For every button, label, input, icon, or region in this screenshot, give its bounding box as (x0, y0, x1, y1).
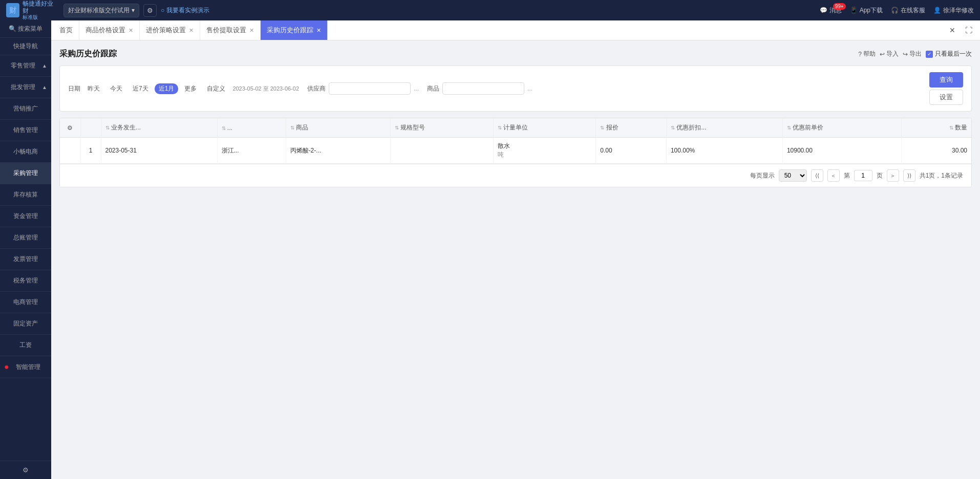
tab-sale-price[interactable]: 售价提取设置 ✕ (200, 20, 261, 40)
sidebar-item-tax-label: 税务管理 (4, 276, 47, 285)
notification-badge: 99+ (833, 3, 846, 10)
tab-sale-price-label: 售价提取设置 (206, 26, 246, 35)
help-label: 帮助 (863, 50, 876, 58)
chevron-wholesale-icon: ▲ (42, 84, 47, 90)
col-header-unit[interactable]: ⇅ 计量单位 (493, 118, 596, 138)
tab-close-all-button[interactable]: ✕ (945, 23, 960, 37)
settings-button[interactable]: ⚙ (143, 4, 157, 17)
sidebar-item-inventory-label: 库存核算 (4, 190, 47, 199)
goods-dots[interactable]: ... (527, 85, 532, 92)
sidebar-item-accounting[interactable]: 总账管理 (0, 227, 51, 249)
sidebar-item-finance[interactable]: 资金管理 (0, 206, 51, 227)
page-title: 采购历史价跟踪 (59, 49, 117, 59)
cell-unit: 散水吨 (493, 138, 596, 164)
supplier-dots[interactable]: ... (414, 85, 419, 92)
date-btn-today[interactable]: 今天 (106, 83, 126, 94)
demo-link[interactable]: ○ 我要看实例演示 (161, 6, 209, 15)
user-menu[interactable]: 👤 徐泽华修改 (933, 6, 974, 15)
sidebar-item-wholesale[interactable]: 批发管理 ▲ (0, 77, 51, 98)
sort-icon-spec: ⇅ (395, 125, 399, 130)
settings-config-button[interactable]: 设置 (929, 90, 963, 105)
sort-icon: ⇅ (105, 125, 110, 130)
sort-icon-quote: ⇅ (600, 125, 604, 130)
notification-button[interactable]: 💬 消息 99+ (820, 6, 842, 15)
page-prev-button[interactable]: ＜ (827, 169, 840, 182)
filter-buttons: 查询 设置 (929, 72, 963, 105)
col-header-pre-discount-price[interactable]: ⇅ 优惠前单价 (782, 118, 901, 138)
supplier-input[interactable] (329, 82, 411, 95)
goods-filter-label: 商品 (427, 84, 439, 93)
table-header-row: ⚙ ⇅ 业务发生... ⇅ ... ⇅ (60, 118, 971, 138)
tab-home[interactable]: 首页 (53, 20, 79, 40)
tab-purchase-strategy-close[interactable]: ✕ (189, 27, 194, 34)
col-header-discount[interactable]: ⇅ 优惠折扣... (666, 118, 782, 138)
tab-purchase-history-label: 采购历史价跟踪 (267, 26, 313, 35)
sidebar-item-payroll[interactable]: 工资 (0, 335, 51, 356)
sidebar-bottom-settings[interactable]: ⚙ (0, 461, 51, 479)
page-next-button[interactable]: ＞ (887, 169, 899, 182)
sidebar-item-tax[interactable]: 税务管理 (0, 270, 51, 292)
sidebar-search[interactable]: 🔍 搜索菜单 (0, 20, 51, 38)
version-selector[interactable]: 好业财标准版交付试用 ▾ (63, 4, 139, 17)
sidebar-item-marketing[interactable]: 营销推广 (0, 98, 51, 120)
page-label-suffix: 页 (877, 171, 883, 180)
table-row: 1 2023-05-31 浙江... 丙烯酸-2-... 散水吨 0.00 10… (60, 138, 971, 164)
sidebar-item-ecommerce-small-label: 小畅电商 (4, 147, 47, 156)
per-page-select[interactable]: 50 100 200 (779, 169, 807, 182)
sidebar-item-purchase[interactable]: 采购管理 (0, 163, 51, 184)
tab-price-settings[interactable]: 商品价格设置 ✕ (79, 20, 140, 40)
tab-purchase-strategy[interactable]: 进价策略设置 ✕ (140, 20, 200, 40)
tab-price-settings-close[interactable]: ✕ (129, 27, 133, 34)
sidebar-item-inventory[interactable]: 库存核算 (0, 184, 51, 206)
sidebar-search-label: 搜索菜单 (18, 25, 42, 32)
col-header-more[interactable]: ⇅ ... (217, 118, 286, 138)
tab-expand-button[interactable]: ⛶ (962, 23, 976, 37)
date-range-text: 2023-05-02 至 2023-06-02 (232, 85, 299, 92)
col-header-date[interactable]: ⇅ 业务发生... (101, 118, 217, 138)
page-number-input[interactable] (854, 170, 872, 181)
goods-input[interactable] (442, 82, 524, 95)
sidebar-item-smart[interactable]: ● 智能管理 (0, 356, 51, 378)
tab-purchase-history[interactable]: 采购历史价跟踪 ✕ (261, 20, 328, 40)
sidebar-item-wholesale-label: 批发管理 (4, 83, 42, 92)
sidebar-item-ecommerce-small[interactable]: 小畅电商 (0, 141, 51, 163)
sort-icon-goods: ⇅ (290, 125, 294, 130)
date-btn-yesterday[interactable]: 昨天 (83, 83, 104, 94)
total-info: 共1页，1条记录 (920, 171, 963, 180)
col-header-quantity[interactable]: ⇅ 数量 (902, 118, 971, 138)
sidebar-item-marketing-label: 营销推广 (4, 104, 47, 113)
online-service-button[interactable]: 🎧 在线客服 (891, 6, 925, 15)
sidebar-item-ecommerce[interactable]: 电商管理 (0, 292, 51, 313)
col-header-settings[interactable]: ⚙ (60, 118, 80, 138)
date-btn-custom[interactable]: 自定义 (203, 83, 229, 94)
col-header-spec[interactable]: ⇅ 规格型号 (390, 118, 493, 138)
date-btn-1month[interactable]: 近1月 (155, 83, 179, 94)
col-header-quote[interactable]: ⇅ 报价 (596, 118, 667, 138)
page-first-button[interactable]: ⟨⟨ (811, 169, 823, 182)
date-btn-7days[interactable]: 近7天 (129, 83, 153, 94)
tab-bar: 首页 商品价格设置 ✕ 进价策略设置 ✕ 售价提取设置 ✕ 采购历史价跟踪 ✕ … (51, 20, 980, 40)
sidebar-item-retail[interactable]: 零售管理 ▲ (0, 55, 51, 77)
page-header: 采购历史价跟踪 ? 帮助 ↩ 导入 ↪ 导出 ✓ (59, 49, 972, 59)
cell-quote: 0.00 (596, 138, 667, 164)
only-last-checkbox[interactable]: ✓ 只看最后一次 (926, 50, 972, 58)
date-btn-more[interactable]: 更多 (180, 83, 201, 94)
page-last-button[interactable]: ⟩⟩ (903, 169, 915, 182)
cell-date: 2023-05-31 (101, 138, 217, 164)
sidebar-item-invoice[interactable]: 发票管理 (0, 249, 51, 270)
online-service-label: 在线客服 (901, 6, 925, 15)
tab-sale-price-close[interactable]: ✕ (249, 27, 254, 34)
help-button[interactable]: ? 帮助 (858, 50, 876, 58)
tab-purchase-history-close[interactable]: ✕ (316, 27, 321, 34)
export-button[interactable]: ↪ 导出 (903, 50, 922, 58)
search-icon: 🔍 (9, 25, 16, 32)
import-button[interactable]: ↩ 导入 (880, 50, 899, 58)
app-download-button[interactable]: 📱 App下载 (850, 6, 883, 15)
sidebar-item-assets[interactable]: 固定资产 (0, 313, 51, 335)
data-table: ⚙ ⇅ 业务发生... ⇅ ... ⇅ (60, 118, 971, 164)
col-header-goods[interactable]: ⇅ 商品 (286, 118, 390, 138)
app-subtitle: 标准版 (23, 14, 57, 20)
sidebar-quick-nav[interactable]: 快捷导航 (0, 38, 51, 55)
query-button[interactable]: 查询 (929, 72, 963, 88)
sidebar-item-sales[interactable]: 销售管理 (0, 120, 51, 141)
